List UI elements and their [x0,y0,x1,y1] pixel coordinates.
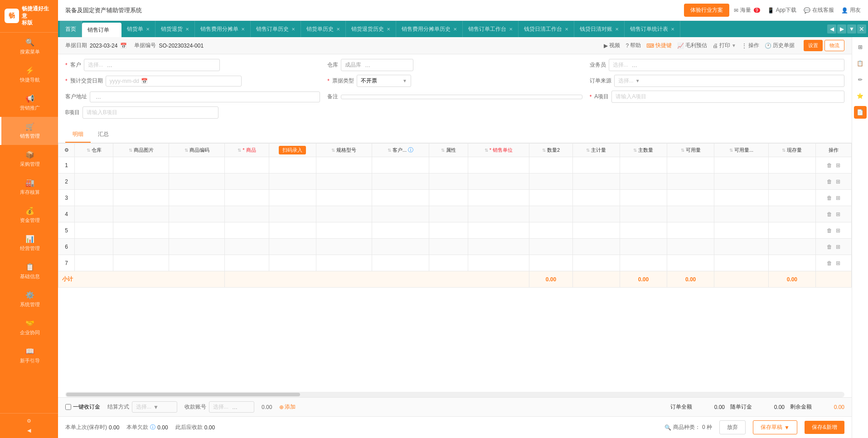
row-sales-unit[interactable] [468,255,529,271]
sidebar-collapse[interactable]: ◀ [27,428,31,433]
row-product[interactable] [225,222,269,239]
delivery-calendar-icon[interactable]: 📅 [141,78,148,84]
row-attr[interactable] [429,157,468,173]
app-download-item[interactable]: 📱 App下载 [767,6,796,14]
salesperson-more-btn[interactable]: … [632,62,637,68]
delete-icon[interactable]: 🗑 [827,260,832,266]
row-code[interactable] [169,157,225,173]
customer-input[interactable]: 选择... … [84,59,220,71]
row-qty2[interactable] [529,239,573,255]
view-btn[interactable]: ▶ 视频 [604,42,620,49]
copy-icon[interactable]: ⊞ [836,227,840,234]
tab-close-sales-refund[interactable]: ✕ [185,27,189,32]
tab-close-fee-split[interactable]: ✕ [241,27,245,32]
row-attr[interactable] [429,190,468,206]
user-item[interactable]: 👤 用友 [841,6,861,14]
service-item[interactable]: 💬 在线客服 [804,6,834,14]
tab-order-history[interactable]: 销售订单历史 ✕ [251,21,301,37]
row-warehouse[interactable] [75,173,113,190]
row-attr[interactable] [429,239,468,255]
debit-info-icon[interactable]: ⓘ [150,424,155,431]
address-input[interactable]: … [90,91,320,102]
copy-icon[interactable]: ⊞ [836,162,840,168]
row-customer-code[interactable] [372,239,429,255]
right-panel-btn-3[interactable]: ✏ [854,73,867,86]
right-panel-btn-5[interactable]: 📄 [854,106,867,119]
right-panel-btn-2[interactable]: 📋 [854,57,867,70]
sidebar-item-inventory[interactable]: 🏭 库存核算 [0,173,58,201]
copy-icon[interactable]: ⊞ [836,244,840,250]
address-more-btn[interactable]: … [96,94,101,100]
row-customer-code[interactable] [372,157,429,173]
sidebar-settings[interactable]: ⚙ [27,418,31,424]
row-customer-code[interactable] [372,206,429,222]
profit-btn[interactable]: 📈 毛利预估 [677,42,707,49]
row-product[interactable] [225,206,269,222]
horizontal-scrollbar[interactable] [65,392,844,397]
row-product[interactable] [225,255,269,271]
row-spec[interactable] [316,206,372,222]
row-main-qty[interactable] [620,222,667,239]
row-warehouse[interactable] [75,239,113,255]
row-warehouse[interactable] [75,157,113,173]
tab-close-sales-stats[interactable]: ✕ [671,27,674,32]
row-qty2[interactable] [529,157,573,173]
delete-icon[interactable]: 🗑 [827,178,832,185]
print-btn[interactable]: 🖨 打印 ▼ [713,42,736,49]
row-qty2[interactable] [529,190,573,206]
salesperson-input[interactable]: 选择... … [609,59,844,71]
delete-icon[interactable]: 🗑 [827,195,832,201]
row-main-qty[interactable] [620,206,667,222]
one-click-checkbox[interactable] [65,404,71,410]
row-main-qty[interactable] [620,239,667,255]
right-panel-btn-4[interactable]: ⭐ [854,90,867,102]
tab-close-sales-order[interactable]: ✕ [112,28,116,33]
sidebar-item-search[interactable]: 🔍 搜索菜单 [0,33,58,61]
row-spec[interactable] [316,255,372,271]
row-qty2[interactable] [529,173,573,190]
a-project-input[interactable]: 请输入A项目 [611,91,844,103]
row-code[interactable] [169,173,225,190]
delete-icon[interactable]: 🗑 [827,244,832,250]
sidebar-item-quick[interactable]: ⚡ 快捷导航 [0,61,58,89]
row-spec[interactable] [316,190,372,206]
row-warehouse[interactable] [75,255,113,271]
tab-prev-btn[interactable]: ◀ [827,24,836,34]
row-code[interactable] [169,206,225,222]
row-product[interactable] [225,157,269,173]
sidebar-item-enterprise[interactable]: 🤝 企业协同 [0,313,58,342]
tab-close-fee-history[interactable]: ✕ [453,27,457,32]
save-draft-btn[interactable]: 保存草稿 ▼ [753,420,797,434]
tab-sales-stats[interactable]: 销售订单统计表 ✕ [625,21,680,37]
tab-workbench[interactable]: 销售订单工作台 ✕ [463,21,519,37]
note-input[interactable] [341,95,582,99]
row-customer-code[interactable] [372,255,429,271]
row-spec[interactable] [316,157,372,173]
discard-btn[interactable]: 放弃 [719,420,746,434]
row-product[interactable] [225,239,269,255]
tab-close-refund-history[interactable]: ✕ [387,27,390,32]
logistics-btn[interactable]: 物流 [824,40,844,51]
row-product[interactable] [225,173,269,190]
row-product[interactable] [225,190,269,206]
help-btn[interactable]: ? 帮助 [626,42,641,49]
row-code[interactable] [169,255,225,271]
tab-cash-daily[interactable]: 钱贷日清工作台 ✕ [519,21,574,37]
row-main-qty[interactable] [620,173,667,190]
sidebar-item-operations[interactable]: 📊 经营管理 [0,229,58,257]
row-main-qty[interactable] [620,157,667,173]
sidebar-item-sales[interactable]: 🛒 销售管理 [0,117,58,145]
row-spec[interactable] [316,222,372,239]
row-spec[interactable] [316,239,372,255]
tab-close-return-history[interactable]: ✕ [336,27,340,32]
right-panel-btn-1[interactable]: ⊞ [854,41,867,53]
row-qty2[interactable] [529,222,573,239]
row-sales-unit[interactable] [468,173,529,190]
account-input[interactable]: 选择... … [209,401,254,413]
setting-btn[interactable]: 设置 [804,40,823,51]
shortcut-btn[interactable]: ⌨ 快捷键 [646,42,672,49]
scroll-thumb[interactable] [66,393,300,396]
row-customer-code[interactable] [372,222,429,239]
row-code[interactable] [169,222,225,239]
row-sales-unit[interactable] [468,222,529,239]
